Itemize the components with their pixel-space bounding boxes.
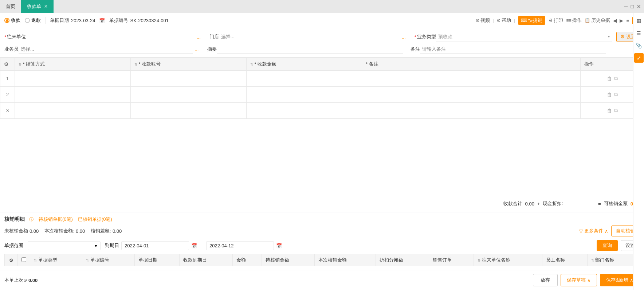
- this-cancel-value: 0.00: [76, 228, 85, 234]
- maximize-btn[interactable]: □: [631, 4, 634, 9]
- help-btn[interactable]: ⊙ 帮助: [497, 17, 511, 24]
- window-controls: ─ □ ✕: [624, 4, 644, 9]
- staff-ellipsis[interactable]: ...: [193, 47, 200, 52]
- summary-row: 收款合计 0.00 + 现金折扣: = 可核销金额 0.00: [0, 197, 644, 210]
- minimize-btn[interactable]: ─: [624, 4, 628, 9]
- tab-receipt[interactable]: 收款单 ✕: [21, 0, 54, 13]
- form-row-1: * 往来单位 ... 门店 ... * 业务类型 预收款 ▾ ⚙ 设置: [4, 32, 640, 42]
- remark-input[interactable]: [420, 45, 606, 54]
- filter-icon: ▽: [579, 228, 583, 234]
- store-ellipsis[interactable]: ...: [400, 34, 407, 40]
- btcol-dept: ⇅ 部门名称: [587, 254, 639, 266]
- row-delete-icon-1[interactable]: 🗑: [607, 76, 612, 82]
- staff-input[interactable]: [19, 45, 193, 54]
- row-copy-icon-1[interactable]: ⧉: [614, 75, 618, 82]
- row-copy-icon-2[interactable]: ⧉: [614, 91, 618, 98]
- form-section: * 往来单位 ... 门店 ... * 业务类型 预收款 ▾ ⚙ 设置: [0, 28, 644, 58]
- video-btn[interactable]: ⊙ 视频: [476, 17, 490, 24]
- row-copy-icon-3[interactable]: ⧉: [614, 107, 618, 114]
- view-toggle-btn[interactable]: ≡: [626, 18, 629, 23]
- this-doc-value: 0.00: [28, 278, 38, 283]
- row-amount-2[interactable]: [246, 87, 362, 103]
- writeoff-info-icon[interactable]: ⓘ: [29, 216, 34, 223]
- writeoff-stats: 未核销金额 0.00 本次核销金额: 0.00 核销差额: 0.00 ▽ 更多条…: [4, 226, 640, 236]
- discard-button[interactable]: 放弃: [533, 274, 558, 286]
- row-remark-1[interactable]: [362, 71, 581, 87]
- receipt-radio-dot: [4, 18, 9, 23]
- due-date-label: 到期日: [105, 242, 119, 249]
- row-delete-icon-2[interactable]: 🗑: [607, 92, 612, 98]
- tab-close-icon[interactable]: ✕: [44, 4, 48, 9]
- doc-date-cal-icon[interactable]: 📅: [99, 18, 105, 23]
- row-settlement-1[interactable]: [15, 71, 131, 87]
- summary-input[interactable]: [217, 45, 403, 54]
- counterpart-input[interactable]: [26, 32, 195, 41]
- bottom-table-wrap: ⚙ ⇅ 单据类型 ⇅ 单据编号 单据日期 收款到期日: [4, 254, 640, 266]
- btcol-sales-order: 销售订单: [429, 254, 474, 266]
- uncanceled-value: 0.00: [30, 228, 39, 234]
- nav-next-btn[interactable]: ▶: [620, 18, 623, 23]
- btcol-settings[interactable]: ⚙: [5, 254, 18, 266]
- nav-prev-btn[interactable]: ◀: [613, 18, 617, 23]
- history-btn[interactable]: 📋 历史单据: [585, 17, 610, 24]
- biz-type-select[interactable]: 预收款 ▾: [436, 32, 612, 42]
- this-cancel-stat: 本次核销金额: 0.00: [44, 228, 85, 234]
- save-draft-button[interactable]: 保存草稿 ∧: [561, 274, 597, 286]
- row-amount-1[interactable]: [246, 71, 362, 87]
- btcol-checkbox[interactable]: [18, 254, 30, 266]
- right-sidebar: ▦ ☰ 📎 ⤢: [633, 13, 644, 290]
- cal-from-icon[interactable]: 📅: [191, 243, 197, 248]
- refund-radio[interactable]: 退款: [25, 17, 41, 24]
- more-filter-btn[interactable]: ▽ 更多条件 ∧: [579, 228, 608, 234]
- query-button[interactable]: 查询: [597, 240, 618, 251]
- store-input[interactable]: [219, 32, 400, 41]
- sidebar-clip-icon[interactable]: 📎: [634, 41, 644, 50]
- table-header-row: ⚙ ⇅ * 结算方式 ⇅ * 收款账号 ⇅ * 收款金额: [0, 58, 644, 71]
- pending-tab[interactable]: 待核销单据(0笔): [38, 216, 73, 223]
- main-table-section: ⚙ ⇅ * 结算方式 ⇅ * 收款账号 ⇅ * 收款金额: [0, 58, 644, 197]
- tab-home[interactable]: 首页: [0, 0, 21, 13]
- store-label: 门店: [209, 34, 219, 40]
- sidebar-table-icon[interactable]: ▦: [634, 16, 644, 26]
- operate-btn[interactable]: ≡≡ 操作: [566, 17, 582, 24]
- select-all-checkbox[interactable]: [21, 257, 26, 262]
- uncanceled-label: 未核销金额: [4, 228, 28, 234]
- doc-date-value[interactable]: 2023-03-24: [71, 18, 95, 23]
- receipt-radio[interactable]: 收款: [4, 17, 20, 24]
- col-settings[interactable]: ⚙: [0, 58, 15, 71]
- row-settlement-2[interactable]: [15, 87, 131, 103]
- row-account-3[interactable]: [130, 103, 246, 119]
- row-num-1: 1: [0, 71, 15, 87]
- sidebar-expand-icon[interactable]: ⤢: [634, 53, 644, 63]
- shortcut-btn[interactable]: ⌨ 快捷键: [518, 16, 545, 25]
- row-delete-icon-3[interactable]: 🗑: [607, 108, 612, 114]
- row-account-1[interactable]: [130, 71, 246, 87]
- counterpart-ellipsis[interactable]: ...: [195, 34, 202, 40]
- row-amount-3[interactable]: [246, 103, 362, 119]
- row-remark-2[interactable]: [362, 87, 581, 103]
- due-date-to-input[interactable]: [206, 241, 274, 250]
- close-btn[interactable]: ✕: [637, 4, 641, 9]
- doc-no-value[interactable]: SK-20230324-001: [130, 18, 169, 23]
- bottom-table-header: ⚙ ⇅ 单据类型 ⇅ 单据编号 单据日期 收款到期日: [5, 254, 640, 266]
- cal-to-icon[interactable]: 📅: [276, 243, 282, 248]
- row-remark-3[interactable]: [362, 103, 581, 119]
- tab-bar: 首页 收款单 ✕ ─ □ ✕: [0, 0, 644, 13]
- range-select[interactable]: ▾: [28, 241, 101, 250]
- due-date-from-input[interactable]: [121, 241, 189, 250]
- row-account-2[interactable]: [130, 87, 246, 103]
- range-label: 单据范围: [4, 242, 23, 249]
- done-tab[interactable]: 已核销单据(0笔): [77, 216, 112, 223]
- print-btn[interactable]: 🖨 打印: [548, 17, 563, 24]
- row-settlement-3[interactable]: [15, 103, 131, 119]
- receipt-type-group: 收款 退款: [4, 17, 41, 24]
- total-label: 收款合计: [503, 200, 522, 207]
- this-cancel-label: 本次核销金额:: [44, 228, 74, 234]
- table-settings-icon[interactable]: ⚙: [4, 61, 9, 67]
- sidebar-list-icon[interactable]: ☰: [634, 28, 644, 38]
- doc-date-group: 单据日期 2023-03-24 📅: [50, 17, 105, 24]
- main-table: ⚙ ⇅ * 结算方式 ⇅ * 收款账号 ⇅ * 收款金额: [0, 58, 644, 119]
- discount-input[interactable]: [566, 200, 595, 207]
- col-account: ⇅ * 收款账号: [130, 58, 246, 71]
- biz-type-required: *: [415, 34, 416, 40]
